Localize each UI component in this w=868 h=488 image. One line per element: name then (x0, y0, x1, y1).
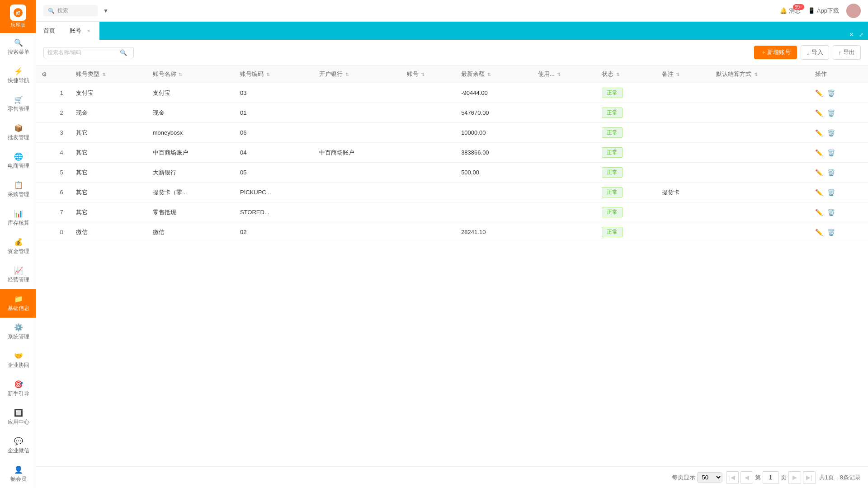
sidebar-item-finance[interactable]: 💰 资金管理 (0, 232, 36, 261)
import-icon: ↓ (807, 49, 810, 56)
next-page-button[interactable]: ▶ (788, 471, 801, 484)
row-account-code-2: 06 (235, 123, 314, 143)
dropdown-button[interactable]: ▼ (103, 8, 108, 14)
notification-button[interactable]: 🔔 消息 99+ (780, 7, 801, 15)
edit-icon-2[interactable]: ✏️ (815, 129, 823, 136)
col-account-type[interactable]: 账号类型 ⇅ (71, 66, 147, 83)
last-page-button[interactable]: ▶| (803, 471, 816, 484)
row-account-code-5: PICKUPC... (235, 183, 314, 202)
edit-icon-4[interactable]: ✏️ (815, 169, 823, 176)
add-account-button[interactable]: + 新增账号 (754, 46, 797, 59)
sidebar-item-inventory[interactable]: 📊 库存核算 (0, 204, 36, 232)
gear-icon[interactable]: ⚙ (42, 71, 47, 78)
col-usage[interactable]: 使用... ⇅ (533, 66, 596, 83)
chevron-down-icon: ▼ (103, 8, 108, 14)
status-badge-5: 正常 (602, 187, 623, 197)
close-window-button[interactable]: × (847, 30, 856, 40)
edit-icon-5[interactable]: ✏️ (815, 189, 823, 196)
per-page-dropdown[interactable]: 50 20 100 (697, 472, 722, 483)
delete-icon-7[interactable]: 🗑️ (827, 229, 835, 236)
delete-icon-4[interactable]: 🗑️ (827, 169, 835, 176)
export-button[interactable]: ↑ 导出 (833, 45, 861, 60)
col-default-settlement[interactable]: 默认结算方式 ⇅ (711, 66, 810, 83)
sidebar-item-system[interactable]: ⚙️ 系统管理 (0, 318, 36, 346)
row-account-type-3: 其它 (71, 143, 147, 163)
sidebar-item-retail-mgmt[interactable]: 🛒 零售管理 (0, 90, 36, 118)
import-label: 导入 (811, 48, 823, 56)
col-account-code[interactable]: 账号编码 ⇅ (235, 66, 314, 83)
sidebar: 好 乐屋版 🔍 搜索菜单 ⚡ 快捷导航 🛒 零售管理 📦 批发管理 🌐 电商管理… (0, 0, 36, 488)
sidebar-item-wholesale-mgmt[interactable]: 📦 批发管理 (0, 118, 36, 147)
app-logo[interactable]: 好 乐屋版 (0, 0, 36, 33)
sidebar-item-beginner[interactable]: 🎯 新手引导 (0, 375, 36, 403)
edit-icon-7[interactable]: ✏️ (815, 229, 823, 236)
prev-page-button[interactable]: ◀ (741, 471, 753, 484)
sidebar-item-app-center[interactable]: 🔲 应用中心 (0, 403, 36, 432)
user-avatar[interactable] (846, 4, 861, 18)
tab-accounts-close[interactable]: × (85, 27, 92, 34)
corp-agreement-icon: 🤝 (14, 352, 23, 360)
top-search-box[interactable]: 🔍 搜索 (43, 5, 98, 16)
sort-remark-icon: ⇅ (676, 72, 679, 77)
pagination-bar: 每页显示 50 20 100 |◀ ◀ 第 页 ▶ ▶| 共1页，8条记录 (36, 466, 868, 488)
row-account-type-7: 微信 (71, 222, 147, 242)
export-label: 导出 (843, 48, 855, 56)
sidebar-item-corp-agreement[interactable]: 🤝 企业协同 (0, 346, 36, 375)
row-status-2: 正常 (596, 123, 656, 143)
delete-icon-3[interactable]: 🗑️ (827, 149, 835, 156)
col-status[interactable]: 状态 ⇅ (596, 66, 656, 83)
edit-icon-3[interactable]: ✏️ (815, 149, 823, 156)
row-account-type-6: 其它 (71, 202, 147, 222)
page-input[interactable] (763, 471, 779, 484)
col-account-no[interactable]: 账号 ⇅ (401, 66, 456, 83)
row-action-4: ✏️ 🗑️ (810, 163, 868, 183)
edit-icon-6[interactable]: ✏️ (815, 209, 823, 216)
row-bank-0 (314, 83, 401, 103)
delete-icon-0[interactable]: 🗑️ (827, 89, 835, 97)
sidebar-item-ecommerce[interactable]: 🌐 电商管理 (0, 147, 36, 175)
logo-icon: 好 (10, 5, 26, 21)
delete-icon-5[interactable]: 🗑️ (827, 189, 835, 196)
row-remark-6 (656, 202, 711, 222)
sidebar-item-purchase[interactable]: 📋 采购管理 (0, 175, 36, 204)
row-bank-7 (314, 222, 401, 242)
search-wrap: 🔍 (43, 47, 134, 58)
maximize-button[interactable]: ⤢ (856, 31, 866, 39)
row-num-0: 1 (52, 83, 71, 103)
col-action-label: 操作 (815, 70, 827, 77)
first-page-button[interactable]: |◀ (726, 471, 739, 484)
sidebar-item-basic-info[interactable]: 📁 基础信息 (0, 289, 36, 318)
app-download-button[interactable]: 📱 App下载 (808, 7, 839, 15)
basic-info-icon: 📁 (14, 295, 23, 303)
import-button[interactable]: ↓ 导入 (801, 45, 829, 60)
col-remark[interactable]: 备注 ⇅ (656, 66, 711, 83)
row-gear-7 (36, 222, 52, 242)
sidebar-item-search-menu[interactable]: 🔍 搜索菜单 (0, 33, 36, 61)
delete-icon-6[interactable]: 🗑️ (827, 209, 835, 216)
tab-accounts[interactable]: 账号 × (62, 22, 99, 40)
row-num-2: 3 (52, 123, 71, 143)
export-icon: ↑ (839, 49, 842, 56)
row-num-6: 7 (52, 202, 71, 222)
delete-icon-2[interactable]: 🗑️ (827, 129, 835, 136)
row-remark-4 (656, 163, 711, 183)
col-bank[interactable]: 开户银行 ⇅ (314, 66, 401, 83)
sidebar-item-quick-nav[interactable]: ⚡ 快捷导航 (0, 61, 36, 90)
sidebar-item-label: 经营管理 (8, 276, 29, 284)
beginner-icon: 🎯 (14, 380, 23, 389)
search-input[interactable] (47, 49, 120, 56)
search-submit-icon[interactable]: 🔍 (120, 49, 127, 56)
edit-icon-0[interactable]: ✏️ (815, 89, 823, 97)
table-row: 7 其它 零售抵现 STORED... 正常 ✏️ 🗑️ (36, 202, 868, 222)
sidebar-item-ops[interactable]: 📈 经营管理 (0, 261, 36, 289)
tab-home[interactable]: 首页 (36, 22, 62, 40)
sidebar-item-member[interactable]: 👤 畅会员 (0, 460, 36, 488)
col-account-name[interactable]: 账号名称 ⇅ (147, 66, 235, 83)
delete-icon-1[interactable]: 🗑️ (827, 109, 835, 117)
col-balance[interactable]: 最新余额 ⇅ (456, 66, 533, 83)
row-account-no-6 (401, 202, 456, 222)
sidebar-item-corp-wechat[interactable]: 💬 企业微信 (0, 432, 36, 460)
toolbar: 🔍 + 新增账号 ↓ 导入 ↑ 导出 (36, 40, 868, 66)
status-badge-0: 正常 (602, 88, 623, 98)
edit-icon-1[interactable]: ✏️ (815, 109, 823, 117)
